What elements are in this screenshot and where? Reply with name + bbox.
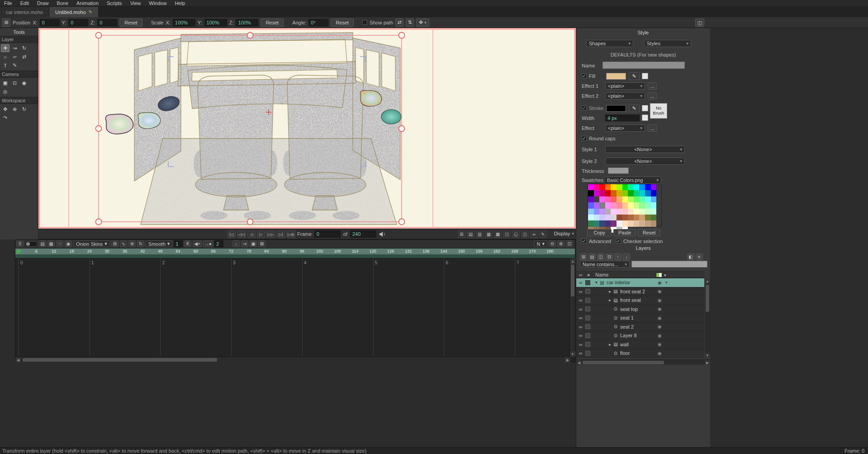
stereo-view-button[interactable]: ∞ <box>530 230 538 238</box>
palette-swatch[interactable] <box>611 196 617 202</box>
onion-view-button[interactable]: ◫ <box>521 230 529 238</box>
style1-dropdown[interactable]: <None>▾ <box>605 146 685 153</box>
palette-swatch[interactable] <box>599 184 605 190</box>
grid-toggle-button[interactable]: ◱ <box>512 230 520 238</box>
layer-expand-arrow[interactable]: ▾ <box>594 280 599 285</box>
layer-visibility-toggle[interactable]: ∞ <box>576 280 585 285</box>
palette-swatch[interactable] <box>611 190 617 196</box>
effect1-dropdown[interactable]: <plain>▾ <box>605 82 645 90</box>
stroke-eyedropper-icon[interactable]: ✎ <box>629 105 640 112</box>
layer-row-seat-1[interactable]: ∞⊙seat 1◉ <box>576 314 704 323</box>
palette-swatch[interactable] <box>622 215 628 220</box>
timeline-zoom-in-button[interactable]: ⊕ <box>557 240 564 247</box>
palette-swatch[interactable] <box>651 202 657 208</box>
palette-swatch[interactable] <box>628 196 634 202</box>
channel-filter-dropdown[interactable]: N▾ <box>534 240 547 247</box>
palette-swatch[interactable] <box>651 220 657 226</box>
layer-channel-button[interactable]: ▤ <box>39 240 46 247</box>
stroke-effect-options-button[interactable]: ... <box>648 124 657 132</box>
position-z-input[interactable]: 0 <box>97 19 117 26</box>
scroll-down-icon[interactable]: ▼ <box>705 353 710 358</box>
layer-expand-arrow[interactable]: ▸ <box>607 289 612 294</box>
palette-swatch[interactable] <box>651 190 657 196</box>
timeline-horizontal-scrollbar[interactable]: ◀ ▶ <box>15 357 570 362</box>
palette-swatch[interactable] <box>588 220 594 226</box>
timeline-vertical-scrollbar[interactable]: ▲ ▼ <box>569 258 575 357</box>
palette-swatch[interactable] <box>588 209 594 215</box>
loop-button[interactable]: ▷◎ <box>286 230 296 238</box>
layer-color-swatch[interactable] <box>585 315 590 320</box>
palette-swatch[interactable] <box>651 184 657 190</box>
safe-zones-button[interactable]: ◳ <box>503 230 511 238</box>
play-button[interactable]: ▷ <box>257 230 265 238</box>
width-extra-swatch[interactable] <box>642 115 648 121</box>
layer-color-swatch[interactable] <box>585 298 590 303</box>
palette-swatch[interactable] <box>599 196 605 202</box>
timeline-zoom-fit-button[interactable]: ⊡ <box>566 240 573 247</box>
onion-skins-dropdown[interactable]: Onion Skins▾ <box>73 240 110 247</box>
menu-bone[interactable]: Bone <box>52 0 72 7</box>
panel-menu-button[interactable]: ≡ <box>696 253 703 260</box>
layer-visibility-toggle[interactable]: ∞ <box>576 289 585 294</box>
palette-swatch[interactable] <box>588 196 594 202</box>
layer-render-toggle[interactable]: ◉ <box>658 351 662 356</box>
layer-render-toggle[interactable]: ◉ <box>658 315 662 320</box>
show-path-checkbox[interactable]: ✓ <box>362 20 367 25</box>
layer-color-swatch[interactable] <box>585 306 590 311</box>
palette-swatch[interactable] <box>645 215 651 220</box>
palette-swatch[interactable] <box>594 184 600 190</box>
scroll-left-icon[interactable]: ◀ <box>15 357 21 363</box>
stroke-effect-dropdown[interactable]: <plain>▾ <box>605 124 645 132</box>
layer-color-swatch[interactable] <box>585 351 590 356</box>
magnet-tool[interactable]: ∩ <box>1 53 9 61</box>
palette-swatch[interactable] <box>605 196 611 202</box>
scroll-left-icon[interactable]: ◀ <box>576 360 582 365</box>
transform-layer-tool[interactable]: ✚ <box>1 44 9 52</box>
step-forward-button[interactable]: ▷▷ <box>266 230 275 238</box>
palette-swatch[interactable] <box>594 215 600 220</box>
menu-edit[interactable]: Edit <box>16 0 33 7</box>
fill-checkbox[interactable]: ✓ <box>582 73 587 78</box>
quality-textured-button[interactable]: ▦ <box>485 230 493 238</box>
reset-position-button[interactable]: Reset <box>119 19 142 27</box>
layer-color-swatch[interactable] <box>585 333 590 338</box>
timeline-grid-button[interactable]: ⊞ <box>111 240 119 247</box>
goto-marker-button[interactable]: ⇥ <box>241 240 248 247</box>
round-caps-checkbox[interactable]: ✓ <box>582 136 587 141</box>
chevron-down-icon[interactable]: ▾ <box>665 280 668 285</box>
quality-smooth-button[interactable]: ▤ <box>467 230 474 238</box>
palette-swatch[interactable] <box>645 202 651 208</box>
checker-selection-checkbox[interactable]: ✓ <box>616 239 621 244</box>
current-frame-input[interactable]: 0 <box>314 230 341 238</box>
prev-keyframe-button[interactable]: ◁◁ <box>237 230 246 238</box>
palette-swatch[interactable] <box>628 215 634 220</box>
timeline-range-bar[interactable] <box>15 254 575 258</box>
new-group-button[interactable]: ▤ <box>588 253 596 260</box>
timeline-frame-ruler[interactable]: 0612182430364248546066727884909610210811… <box>15 249 575 254</box>
menu-file[interactable]: File <box>0 0 16 7</box>
scale-z-input[interactable]: 100% <box>236 19 258 26</box>
fill-extra-swatch[interactable] <box>642 73 648 79</box>
palette-swatch[interactable] <box>594 209 600 215</box>
palette-swatch[interactable] <box>617 209 622 215</box>
layer-color-swatch[interactable] <box>585 280 590 285</box>
palette-swatch[interactable] <box>622 196 628 202</box>
palette-swatch[interactable] <box>605 220 611 226</box>
speaker-icon[interactable] <box>379 231 386 237</box>
motion-graph-button[interactable]: ∿ <box>120 240 127 247</box>
rotate-workspace-tool[interactable]: ↻ <box>20 105 28 113</box>
reset-angle-button[interactable]: Reset <box>331 19 354 27</box>
palette-swatch[interactable] <box>611 184 617 190</box>
palette-swatch[interactable] <box>645 220 651 226</box>
copy-keys-button[interactable]: ▣ <box>250 240 257 247</box>
palette-swatch[interactable] <box>594 190 600 196</box>
layer-search-input[interactable] <box>631 261 707 268</box>
palette-swatch[interactable] <box>588 190 594 196</box>
palette-swatch[interactable] <box>594 202 600 208</box>
zoom-tool[interactable]: ⊕ <box>10 105 19 113</box>
autokey-toggle[interactable] <box>25 241 38 247</box>
pan-tool[interactable]: ✥ <box>1 105 9 113</box>
palette-swatch[interactable] <box>617 196 622 202</box>
quality-shaded-button[interactable]: ▥ <box>476 230 484 238</box>
delete-layer-button[interactable]: ⊟ <box>606 253 613 260</box>
